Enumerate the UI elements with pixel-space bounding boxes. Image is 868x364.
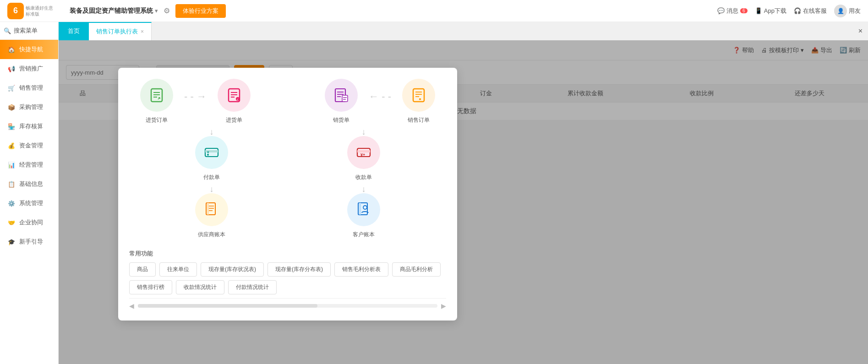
svg-point-35	[363, 206, 367, 209]
sales-icon: 🛒	[7, 84, 16, 92]
sidebar: 🔍 搜索菜单 🏠 快捷导航 📢 营销推广 🛒 销售管理 📦	[0, 22, 59, 364]
tab-sales-order[interactable]: 销售订单执行表 ×	[89, 22, 152, 40]
sidebar-item-basic-info[interactable]: 📋 基础信息	[0, 174, 58, 194]
popup-scroll: ◀ ▶	[129, 298, 446, 310]
app-download-btn[interactable]: 📱 App下载	[755, 7, 786, 15]
purchase-icon: 📦	[7, 103, 16, 111]
sys-dropdown-icon[interactable]: ▾	[155, 7, 158, 14]
receipt-node[interactable]: ¥+ 收款单	[336, 136, 391, 181]
sales-order-node[interactable]: 销售订单	[391, 79, 446, 124]
arrow-purchase: - - →	[184, 91, 207, 103]
message-btn[interactable]: 💬 消息 6	[717, 7, 748, 15]
search-icon: 🔍	[4, 27, 11, 34]
func-btn-3[interactable]: 现存量(库存分布表)	[267, 262, 331, 277]
logo-text: 畅康通好生意 标准版	[26, 5, 53, 17]
gear-icon[interactable]: ⚙	[164, 6, 170, 15]
func-btn-0[interactable]: 商品	[129, 262, 156, 277]
enterprise-icon: 🤝	[7, 218, 16, 227]
func-btn-5[interactable]: 商品毛利分析	[392, 262, 441, 277]
payment-node[interactable]: ¥ 付款单	[184, 136, 239, 181]
arrow-down-payment: ↓	[210, 128, 214, 136]
search-menu-btn[interactable]: 🔍 搜索菜单	[0, 22, 58, 40]
basic-info-icon: 📋	[7, 180, 16, 188]
purchase-bill-node[interactable]: √ 进货单	[207, 79, 262, 124]
svg-text:¥+: ¥+	[360, 152, 365, 157]
scroll-bar-thumb	[138, 304, 317, 308]
sidebar-item-sys-mgmt[interactable]: ⚙️ 系统管理	[0, 194, 58, 213]
sidebar-item-inventory[interactable]: 🏪 库存核算	[0, 117, 58, 136]
sidebar-item-quick-nav[interactable]: 🏠 快捷导航	[0, 40, 58, 59]
func-btn-8[interactable]: 付款情况统计	[228, 280, 277, 294]
logo: 6 畅康通好生意 标准版	[7, 3, 66, 19]
customer-ledger-node[interactable]: 客户账本	[336, 193, 391, 239]
receipt-icon: ¥+	[347, 136, 380, 169]
user-area[interactable]: 👤 用友	[834, 5, 861, 17]
func-btn-2[interactable]: 现存量(库存状况表)	[201, 262, 264, 277]
quick-nav-icon: 🏠	[7, 45, 16, 54]
arrow-down-receipt: ↓	[362, 128, 366, 136]
sales-bill-node[interactable]: 销货单	[314, 79, 369, 124]
svg-rect-17	[413, 89, 424, 102]
svg-rect-14	[342, 95, 348, 102]
func-grid: 商品往来单位现存量(库存状况表)现存量(库存分布表)销售毛利分析表商品毛利分析销…	[129, 262, 446, 294]
experience-btn[interactable]: 体验行业方案	[175, 4, 226, 18]
sidebar-item-marketing[interactable]: 📢 营销推广	[0, 59, 58, 78]
sales-bill-icon	[325, 79, 358, 112]
logo-icon: 6	[7, 3, 24, 19]
message-icon: 💬	[717, 7, 725, 14]
sidebar-menu: 🏠 快捷导航 📢 营销推广 🛒 销售管理 📦 采购管理 🏪 库存核	[0, 40, 58, 364]
page-content: ❓ 帮助 🖨 按模板打印 ▾ 📤 导出 🔄 刷新	[59, 40, 868, 364]
tab-home[interactable]: 首页	[59, 22, 89, 40]
flow-diagram: 进货订单 - - → √	[129, 79, 446, 239]
tab-close-all-btn[interactable]: ×	[853, 22, 868, 40]
purchase-order-node[interactable]: 进货订单	[129, 79, 184, 124]
service-icon: 🎧	[794, 7, 801, 14]
func-btn-1[interactable]: 往来单位	[159, 262, 197, 277]
arrow-down-supplier: ↓	[210, 185, 214, 193]
func-btn-4[interactable]: 销售毛利分析表	[334, 262, 388, 277]
arrow-down-customer: ↓	[362, 185, 366, 193]
sidebar-item-purchase[interactable]: 📦 采购管理	[0, 98, 58, 117]
sys-title-area: 装备及固定资产辅助管理系统 ▾ ⚙ 体验行业方案	[70, 4, 717, 18]
common-functions-title: 常用功能	[129, 250, 446, 258]
sys-mgmt-icon: ⚙️	[7, 199, 16, 207]
inventory-icon: 🏪	[7, 122, 16, 130]
sidebar-item-finance[interactable]: 💰 资金管理	[0, 136, 58, 155]
sidebar-item-enterprise[interactable]: 🤝 企业协同	[0, 213, 58, 232]
tab-bar: 首页 销售订单执行表 × ×	[59, 22, 868, 40]
sidebar-item-sales[interactable]: 🛒 销售管理	[0, 78, 58, 98]
online-service-btn[interactable]: 🎧 在线客服	[794, 7, 827, 15]
customer-ledger-icon	[347, 193, 380, 226]
sidebar-item-operations[interactable]: 📊 经营管理	[0, 155, 58, 174]
download-icon: 📱	[755, 7, 762, 14]
new-guide-icon: 🎓	[7, 238, 16, 246]
finance-icon: 💰	[7, 141, 16, 150]
scroll-right-icon[interactable]: ▶	[441, 302, 446, 310]
purchase-bill-icon: √	[218, 79, 251, 112]
avatar: 👤	[834, 5, 847, 17]
tab-close-icon[interactable]: ×	[141, 28, 144, 35]
sys-title: 装备及固定资产辅助管理系统	[70, 7, 153, 15]
svg-text:¥: ¥	[207, 150, 209, 154]
message-badge: 6	[740, 8, 748, 13]
func-btn-7[interactable]: 收款情况统计	[176, 280, 224, 294]
svg-rect-34	[359, 203, 361, 215]
marketing-icon: 📢	[7, 65, 16, 73]
arrow-sales: ← - -	[369, 91, 391, 103]
scroll-bar-track	[138, 304, 437, 308]
func-btn-6[interactable]: 销售排行榜	[129, 280, 172, 294]
svg-rect-29	[207, 203, 209, 215]
popup-box: 进货订单 - - → √	[118, 68, 457, 321]
payment-icon: ¥	[195, 136, 228, 169]
sidebar-item-new-guide[interactable]: 🎓 新手引导	[0, 232, 58, 251]
sales-order-icon	[402, 79, 435, 112]
supplier-ledger-icon	[195, 193, 228, 226]
top-right: 💬 消息 6 📱 App下载 🎧 在线客服 👤 用友	[717, 5, 861, 17]
supplier-ledger-node[interactable]: 供应商账本	[184, 193, 239, 239]
common-functions-section: 常用功能 商品往来单位现存量(库存状况表)现存量(库存分布表)销售毛利分析表商品…	[129, 250, 446, 294]
operations-icon: 📊	[7, 161, 16, 169]
scroll-left-icon[interactable]: ◀	[129, 302, 134, 310]
content-area: 首页 销售订单执行表 × × ❓ 帮助 🖨	[59, 22, 868, 364]
purchase-order-icon	[140, 79, 173, 112]
